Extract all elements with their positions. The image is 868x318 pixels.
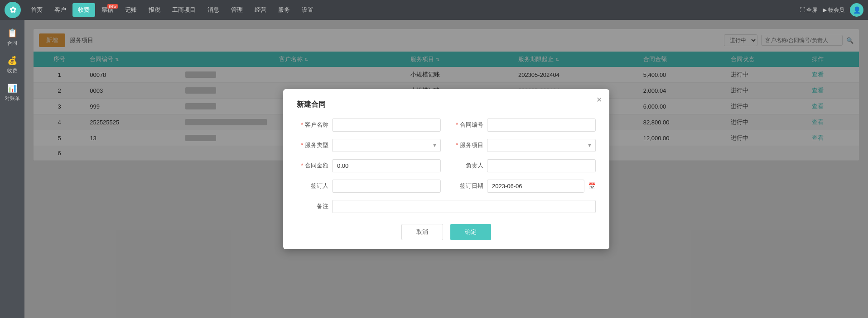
dialog-footer: 取消 确定 xyxy=(297,224,596,240)
nav-invoice[interactable]: 票据 new xyxy=(96,3,119,17)
dialog-title: 新建合同 xyxy=(297,100,596,109)
signer-input[interactable] xyxy=(332,180,441,193)
nav-customer[interactable]: 客户 xyxy=(49,3,72,17)
confirm-button[interactable]: 确定 xyxy=(450,224,491,240)
amount-input[interactable] xyxy=(332,159,441,172)
nav-tax[interactable]: 报税 xyxy=(143,3,166,17)
sidebar-item-statement[interactable]: 📊 对账单 xyxy=(1,80,23,105)
customer-name-input[interactable] xyxy=(332,119,441,132)
create-contract-dialog: 新建合同 ✕ 客户名称 合同编号 服务类型 xyxy=(283,89,609,249)
top-navigation: ✿ 首页 客户 收费 票据 new 记账 报税 工商项目 消息 管理 经营 服务… xyxy=(0,0,868,20)
contract-icon: 📋 xyxy=(7,28,17,38)
service-item-row: 服务项目 ▼ xyxy=(452,139,596,152)
service-item-label: 服务项目 xyxy=(452,141,483,149)
sidebar: 📋 合同 💰 收费 📊 对账单 xyxy=(0,20,24,318)
contract-no-input[interactable] xyxy=(487,119,596,132)
modal-overlay: 新建合同 ✕ 客户名称 合同编号 服务类型 xyxy=(24,20,868,318)
nav-home[interactable]: 首页 xyxy=(25,3,48,17)
nav-message[interactable]: 消息 xyxy=(202,3,225,17)
member-button[interactable]: ▶ 畅会员 xyxy=(823,6,844,14)
contract-no-label: 合同编号 xyxy=(452,121,483,129)
nav-service[interactable]: 服务 xyxy=(273,3,295,17)
responsible-row: 负责人 xyxy=(452,159,596,172)
service-type-label: 服务类型 xyxy=(297,141,328,149)
logo: ✿ xyxy=(5,2,21,18)
nav-items: 首页 客户 收费 票据 new 记账 报税 工商项目 消息 管理 经营 服务 设… xyxy=(25,3,800,17)
content-area: 新增 服务项目 进行中 已完成 已取消 🔍 序号 合同编 xyxy=(24,20,868,318)
nav-billing[interactable]: 收费 xyxy=(72,3,95,17)
remarks-input[interactable] xyxy=(332,200,596,213)
statement-icon: 📊 xyxy=(7,83,17,93)
nav-manage[interactable]: 管理 xyxy=(226,3,248,17)
customer-name-row: 客户名称 xyxy=(297,119,441,132)
service-type-select-wrap: ▼ xyxy=(332,139,441,152)
main-layout: 📋 合同 💰 收费 📊 对账单 新增 服务项目 进行中 已完成 已取消 xyxy=(0,20,868,318)
amount-row: 合同金额 xyxy=(297,159,441,172)
responsible-label: 负责人 xyxy=(452,161,483,170)
sign-date-row: 签订日期 📅 xyxy=(452,180,596,193)
calendar-icon[interactable]: 📅 xyxy=(588,182,596,190)
avatar[interactable]: 👤 xyxy=(850,3,863,17)
amount-label: 合同金额 xyxy=(297,161,328,170)
nav-settings[interactable]: 设置 xyxy=(296,3,319,17)
service-type-row: 服务类型 ▼ xyxy=(297,139,441,152)
new-badge: new xyxy=(107,4,118,9)
responsible-input[interactable] xyxy=(487,159,596,172)
sidebar-item-contract[interactable]: 📋 合同 xyxy=(1,24,23,50)
form-grid: 客户名称 合同编号 服务类型 ▼ xyxy=(297,119,596,213)
signer-row: 签订人 xyxy=(297,180,441,193)
remarks-row: 备注 xyxy=(297,200,596,213)
nav-bookkeeping[interactable]: 记账 xyxy=(120,3,142,17)
close-button[interactable]: ✕ xyxy=(596,95,602,104)
sign-date-input[interactable] xyxy=(487,180,584,193)
cancel-button[interactable]: 取消 xyxy=(401,224,443,240)
signer-label: 签订人 xyxy=(297,182,328,190)
nav-business[interactable]: 工商项目 xyxy=(167,3,201,17)
service-item-select[interactable] xyxy=(487,139,596,152)
contract-no-row: 合同编号 xyxy=(452,119,596,132)
sign-date-label: 签订日期 xyxy=(452,182,483,190)
customer-name-label: 客户名称 xyxy=(297,121,328,129)
remarks-label: 备注 xyxy=(297,202,328,210)
nav-operation[interactable]: 经营 xyxy=(249,3,272,17)
nav-right: ⛶ 全屏 ▶ 畅会员 👤 xyxy=(800,3,863,17)
fullscreen-button[interactable]: ⛶ 全屏 xyxy=(800,6,817,14)
service-item-select-wrap: ▼ xyxy=(487,139,596,152)
billing-icon: 💰 xyxy=(7,56,17,66)
sidebar-item-billing[interactable]: 💰 收费 xyxy=(1,52,23,78)
service-type-select[interactable] xyxy=(332,139,441,152)
